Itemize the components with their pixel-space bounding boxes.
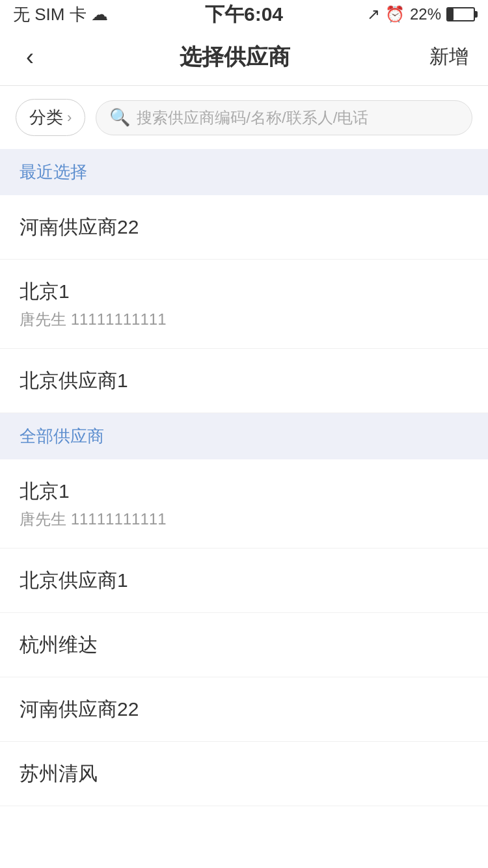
list-item[interactable]: 河南供应商22 — [0, 195, 488, 260]
back-button[interactable]: ‹ — [20, 37, 40, 77]
list-item[interactable]: 北京供应商1 — [0, 549, 488, 613]
item-name: 北京1 — [20, 478, 468, 505]
filter-bar: 分类 › 🔍 搜索供应商编码/名称/联系人/电话 — [0, 86, 488, 149]
search-icon: 🔍 — [109, 107, 130, 128]
status-time: 下午6:04 — [205, 1, 283, 28]
alarm-icon: ⏰ — [385, 5, 405, 23]
status-bar: 无 SIM 卡 ☁ 下午6:04 ↗ ⏰ 22% — [0, 0, 488, 29]
list-item[interactable]: 苏州清风 — [0, 742, 488, 806]
status-left: 无 SIM 卡 ☁ — [13, 3, 108, 26]
sim-status: 无 SIM 卡 ☁ — [13, 3, 108, 26]
all-section-header: 全部供应商 — [0, 413, 488, 459]
battery-level: 22% — [410, 5, 441, 23]
add-button[interactable]: 新增 — [429, 44, 468, 70]
item-name: 河南供应商22 — [20, 213, 468, 241]
item-name: 河南供应商22 — [20, 696, 468, 723]
item-name: 北京1 — [20, 278, 468, 305]
list-item[interactable]: 北京供应商1 — [0, 349, 488, 413]
location-icon: ↗ — [367, 5, 380, 23]
item-detail: 唐先生 11111111111 — [20, 509, 468, 530]
item-name: 苏州清风 — [20, 760, 468, 787]
list-item[interactable]: 杭州维达 — [0, 613, 488, 677]
item-detail: 唐先生 11111111111 — [20, 309, 468, 330]
category-label: 分类 — [29, 106, 63, 129]
category-filter-button[interactable]: 分类 › — [16, 99, 85, 136]
search-input-box[interactable]: 🔍 搜索供应商编码/名称/联系人/电话 — [96, 100, 472, 135]
recent-list: 河南供应商22北京1唐先生 11111111111北京供应商1 — [0, 195, 488, 413]
all-list: 北京1唐先生 11111111111北京供应商1杭州维达河南供应商22苏州清风 — [0, 459, 488, 806]
search-placeholder: 搜索供应商编码/名称/联系人/电话 — [137, 107, 368, 128]
item-name: 北京供应商1 — [20, 567, 468, 594]
chevron-right-icon: › — [67, 109, 72, 126]
nav-bar: ‹ 选择供应商 新增 — [0, 29, 488, 86]
list-item[interactable]: 北京1唐先生 11111111111 — [0, 459, 488, 549]
status-right: ↗ ⏰ 22% — [367, 5, 475, 23]
list-item[interactable]: 北京1唐先生 11111111111 — [0, 260, 488, 349]
page-title: 选择供应商 — [180, 42, 290, 72]
battery-icon — [446, 7, 475, 21]
list-item[interactable]: 河南供应商22 — [0, 677, 488, 742]
item-name: 杭州维达 — [20, 631, 468, 658]
item-name: 北京供应商1 — [20, 367, 468, 394]
recent-section-header: 最近选择 — [0, 149, 488, 195]
